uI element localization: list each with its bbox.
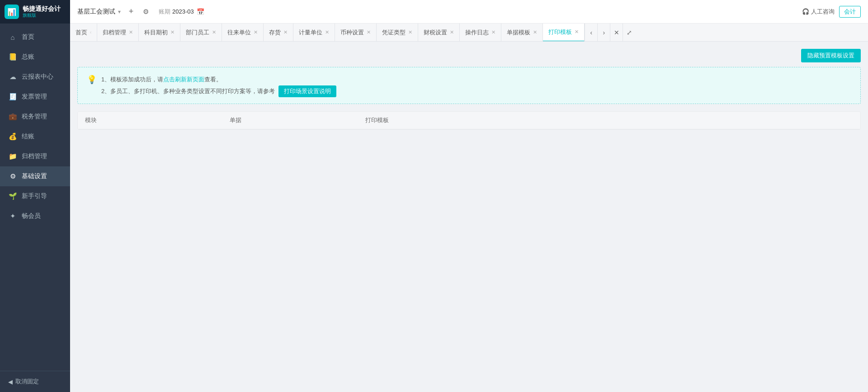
- tab-close-stock[interactable]: ✕: [283, 29, 288, 35]
- tab-label-archive: 归档管理: [103, 28, 126, 37]
- tab-stock[interactable]: 存货✕: [264, 24, 293, 42]
- tab-label-dept: 部门员工: [186, 28, 209, 37]
- calendar-icon[interactable]: 📅: [197, 8, 204, 15]
- tab-home[interactable]: 首页‹: [70, 24, 97, 42]
- company-selector[interactable]: 基层工会测试 ▾: [77, 8, 121, 16]
- add-tab-button[interactable]: +: [125, 6, 137, 18]
- content-area: 隐藏预置模板设置 💡 1、模板添加成功后，请点击刷新新页面查看。 2、多员工、多…: [70, 42, 868, 392]
- company-name: 基层工会测试: [77, 8, 115, 16]
- tab-label-unit: 计量单位: [299, 28, 322, 37]
- sidebar-item-reports[interactable]: ☁云报表中心: [0, 67, 70, 87]
- info-line1-suffix: 查看。: [204, 76, 222, 83]
- main-area: 基层工会测试 ▾ + ⚙ 账期 2023-03 📅 🎧 人工咨询 会计 首页‹归…: [70, 0, 868, 392]
- tab-taxset[interactable]: 财税设置✕: [418, 24, 460, 42]
- tab-oplog[interactable]: 操作日志✕: [460, 24, 501, 42]
- print-template-table: 模块 单据 打印模板: [77, 111, 861, 130]
- tab-currency[interactable]: 币种设置✕: [335, 24, 377, 42]
- settle-icon: 💰: [8, 132, 17, 141]
- tab-single[interactable]: 单据模板✕: [501, 24, 543, 42]
- info-line1-prefix: 1、模板添加成功后，请: [101, 76, 163, 83]
- sidebar-item-guide[interactable]: 🌱新手引导: [0, 186, 70, 206]
- guide-icon: 🌱: [8, 192, 17, 201]
- invoice-icon: 🧾: [8, 92, 17, 101]
- tab-label-subjects: 科目期初: [144, 28, 168, 37]
- table-header: 模块 单据 打印模板: [78, 112, 860, 129]
- refresh-link[interactable]: 点击刷新新页面: [163, 76, 204, 83]
- sidebar-label-ledger: 总账: [22, 53, 34, 61]
- expand-icon: ⤢: [627, 29, 632, 36]
- tab-close-currency[interactable]: ✕: [367, 29, 371, 35]
- settings-gear-icon[interactable]: ⚙: [140, 6, 151, 18]
- tab-close-unit[interactable]: ✕: [325, 29, 329, 35]
- tab-close-suppliers[interactable]: ✕: [254, 29, 258, 35]
- tabbar: 首页‹归档管理✕科目期初✕部门员工✕往来单位✕存货✕计量单位✕币种设置✕凭证类型…: [70, 24, 868, 42]
- info-line2: 2、多员工、多打印机、多种业务类型设置不同打印方案等，请参考 打印场景设置说明: [101, 85, 336, 97]
- tab-print[interactable]: 打印模板✕: [543, 24, 585, 42]
- home-icon: ⌂: [8, 33, 17, 42]
- tab-label-stock: 存货: [269, 28, 281, 37]
- period-label: 账期: [159, 8, 170, 16]
- tab-close-single[interactable]: ✕: [533, 29, 537, 35]
- sidebar-item-settings[interactable]: ⚙基础设置: [0, 166, 70, 186]
- sidebar: 📊 畅捷通好会计 旗舰版 ⌂首页📒总账☁云报表中心🧾发票管理💼税务管理💰结账📁归…: [0, 0, 70, 392]
- sidebar-item-member[interactable]: ✦畅会员: [0, 206, 70, 226]
- sidebar-label-settle: 结账: [22, 132, 34, 141]
- tab-label-taxset: 财税设置: [424, 28, 447, 37]
- tab-close-voucher[interactable]: ✕: [408, 29, 412, 35]
- settings-icon: ⚙: [8, 172, 17, 181]
- sidebar-label-reports: 云报表中心: [22, 73, 53, 81]
- sidebar-item-home[interactable]: ⌂首页: [0, 27, 70, 47]
- sidebar-item-settle[interactable]: 💰结账: [0, 127, 70, 146]
- tab-suppliers[interactable]: 往来单位✕: [222, 24, 264, 42]
- topbar-right: 🎧 人工咨询 会计: [802, 6, 861, 18]
- tab-unit[interactable]: 计量单位✕: [293, 24, 335, 42]
- sidebar-label-tax: 税务管理: [22, 113, 47, 121]
- hide-template-btn-container: 隐藏预置模板设置: [77, 49, 861, 62]
- sidebar-label-archive: 归档管理: [22, 152, 47, 161]
- lightbulb-icon: 💡: [87, 75, 97, 85]
- sidebar-item-invoice[interactable]: 🧾发票管理: [0, 87, 70, 107]
- tab-label-suppliers: 往来单位: [227, 28, 251, 37]
- chevron-left-icon: ‹: [590, 29, 593, 36]
- app-logo: 📊 畅捷通好会计 旗舰版: [0, 0, 70, 24]
- tab-label-single: 单据模板: [507, 28, 530, 37]
- reports-icon: ☁: [8, 72, 17, 81]
- tab-close-subjects[interactable]: ✕: [170, 29, 175, 35]
- member-icon: ✦: [8, 212, 17, 221]
- hide-template-button[interactable]: 隐藏预置模板设置: [801, 49, 861, 62]
- tab-dept[interactable]: 部门员工✕: [180, 24, 222, 42]
- tax-icon: 💼: [8, 112, 17, 121]
- scene-btn[interactable]: 打印场景设置说明: [278, 85, 336, 97]
- tab-close-archive[interactable]: ✕: [129, 29, 133, 35]
- kuaiji-button[interactable]: 会计: [839, 6, 861, 18]
- col-single: 单据: [222, 116, 358, 124]
- col-print-template: 打印模板: [358, 116, 860, 124]
- sidebar-label-guide: 新手引导: [22, 192, 47, 200]
- tab-label-print: 打印模板: [548, 28, 572, 36]
- support-label: 人工咨询: [811, 8, 835, 16]
- tab-archive[interactable]: 归档管理✕: [97, 24, 139, 42]
- tab-close-oplog[interactable]: ✕: [491, 29, 495, 35]
- tab-close-all-button[interactable]: ✕: [610, 24, 623, 42]
- sidebar-label-home: 首页: [22, 33, 34, 41]
- archive-icon: 📁: [8, 152, 17, 161]
- tab-close-print[interactable]: ✕: [575, 29, 579, 35]
- headset-icon: 🎧: [802, 8, 809, 15]
- support-button[interactable]: 🎧 人工咨询: [802, 8, 835, 16]
- tab-close-taxset[interactable]: ✕: [450, 29, 454, 35]
- tab-prev-button[interactable]: ‹: [585, 24, 597, 42]
- sidebar-item-ledger[interactable]: 📒总账: [0, 47, 70, 67]
- tab-next-button[interactable]: ›: [597, 24, 610, 42]
- tab-label-oplog: 操作日志: [465, 28, 489, 37]
- logo-icon: 📊: [5, 5, 19, 19]
- tab-close-dept[interactable]: ✕: [212, 29, 216, 35]
- tab-subjects[interactable]: 科目期初✕: [139, 24, 180, 42]
- sidebar-item-archive[interactable]: 📁归档管理: [0, 146, 70, 166]
- period-selector[interactable]: 账期 2023-03 📅: [159, 8, 204, 16]
- tab-expand-button[interactable]: ⤢: [623, 24, 635, 42]
- sidebar-item-tax[interactable]: 💼税务管理: [0, 107, 70, 127]
- sidebar-footer-unpin[interactable]: ◀ 取消固定: [0, 371, 70, 392]
- chevron-right-icon: ›: [603, 29, 605, 36]
- tab-voucher[interactable]: 凭证类型✕: [377, 24, 418, 42]
- col-module: 模块: [78, 116, 222, 124]
